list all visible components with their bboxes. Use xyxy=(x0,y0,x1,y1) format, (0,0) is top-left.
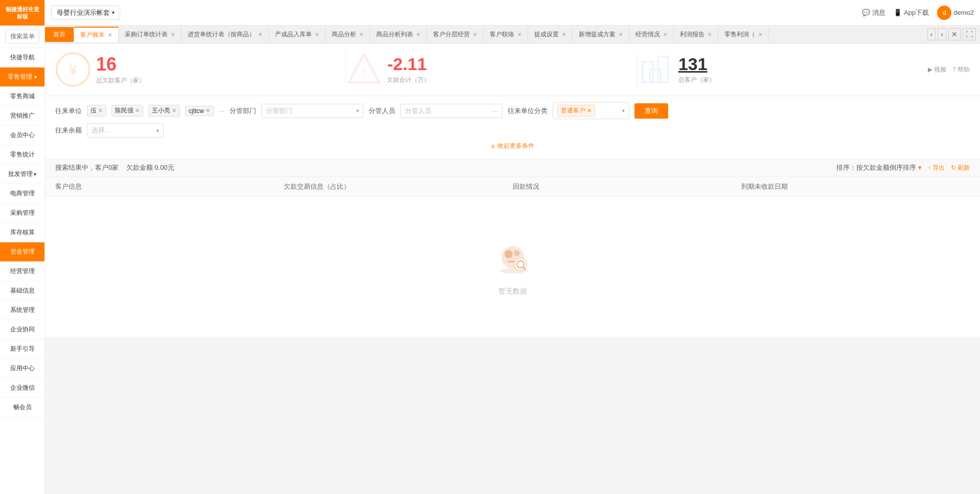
tab-close-icon[interactable]: ✕ xyxy=(359,32,363,37)
balance-select-placeholder: 选择... xyxy=(92,126,110,135)
stat-icon-2: ! xyxy=(346,52,382,87)
tab-label: 商品分析 xyxy=(332,30,356,39)
sidebar-item-label: 批发管理 xyxy=(8,170,33,178)
tab-close-icon[interactable]: ✕ xyxy=(108,32,112,38)
filter-tag-text: 王小亮 xyxy=(152,106,170,115)
filter-tag-close-wu[interactable]: ✕ xyxy=(98,107,103,114)
filter-more-tags-button[interactable]: ··· xyxy=(219,107,224,115)
tab-close-icon[interactable]: ✕ xyxy=(619,32,623,37)
tab-close-icon[interactable]: ✕ xyxy=(562,32,566,37)
sidebar-item-purchase[interactable]: 采购管理 xyxy=(0,204,44,223)
tab-customer-ledger[interactable]: 客户账本 ✕ xyxy=(74,27,119,42)
col-header-text: 欠款交易信息（占比） xyxy=(284,183,350,190)
sidebar-item-operations[interactable]: 经营管理 xyxy=(0,262,44,281)
tab-close-all-button[interactable]: ✕ xyxy=(948,28,961,40)
tab-close-icon[interactable]: ✕ xyxy=(517,32,521,37)
person-filter-select[interactable]: 分管人员 ··· xyxy=(400,104,503,118)
balance-filter-label: 往来余额 xyxy=(55,126,82,135)
tab-close-icon[interactable]: ✕ xyxy=(171,32,175,37)
page-content: ¥ 16 总欠款客户（家） ! -2.11 欠款合计（万） xyxy=(45,43,980,494)
tab-close-icon[interactable]: ✕ xyxy=(758,32,762,37)
category-filter-select[interactable]: 普通客户 ✕ ▾ xyxy=(553,102,629,119)
app-download-button[interactable]: 📱 App下载 xyxy=(894,8,929,17)
filter-tag-close-wang[interactable]: ✕ xyxy=(172,107,176,114)
tab-close-icon[interactable]: ✕ xyxy=(416,32,420,37)
username-label: demo2 xyxy=(953,9,974,16)
video-label: 视频 xyxy=(934,65,946,74)
tab-commission-settings[interactable]: 提成设置 ✕ xyxy=(528,27,573,42)
message-button[interactable]: 💬 消息 xyxy=(862,8,885,17)
svg-text:!: ! xyxy=(363,67,366,78)
tab-fullscreen-button[interactable]: ⛶ xyxy=(963,28,976,40)
table-col-header-4: 到期未收款日期 xyxy=(741,182,970,191)
tab-purchase-order-stats[interactable]: 采购订单统计表 ✕ xyxy=(119,27,181,42)
sidebar-item-app-center[interactable]: 应用中心 xyxy=(0,359,44,378)
sidebar-item-retail[interactable]: 零售管理 ▾ xyxy=(0,68,44,87)
sidebar-item-wholesale[interactable]: 批发管理 ▾ xyxy=(0,165,44,184)
tab-customer-contact[interactable]: 客户联络 ✕ xyxy=(484,27,528,42)
tab-retail-profit[interactable]: 零售利润（ ✕ xyxy=(718,27,769,42)
tab-label: 客户分层经营 xyxy=(433,30,470,39)
empty-text: 暂无数据 xyxy=(498,287,527,296)
sidebar-item-enterprise-wechat[interactable]: 企业微信 xyxy=(0,378,44,398)
tab-scroll-left-button[interactable]: ‹ xyxy=(927,28,936,40)
filter-tag-wang: 王小亮 ✕ xyxy=(148,105,180,117)
sidebar-item-system[interactable]: 系统管理 xyxy=(0,301,44,320)
query-button[interactable]: 查询 xyxy=(634,103,668,119)
sidebar-item-enterprise[interactable]: 企业协同 xyxy=(0,320,44,340)
sidebar-item-quick-nav[interactable]: 快捷导航 xyxy=(0,48,44,68)
sidebar-item-label: 新手引导 xyxy=(10,345,35,352)
account-selector[interactable]: 母婴行业演示帐套 ▾ xyxy=(51,6,120,20)
refresh-button[interactable]: ↻ 刷新 xyxy=(951,164,970,172)
tab-profit-report[interactable]: 利润报告 ✕ xyxy=(674,27,718,42)
more-options-icon[interactable]: ··· xyxy=(492,107,498,115)
sidebar-item-inventory[interactable]: 库存核算 xyxy=(0,223,44,242)
stat-label-customers: 总欠款客户（家） xyxy=(96,76,145,85)
tab-home[interactable]: 首页 xyxy=(45,27,74,42)
stat-block-3: 131 总客户（家） xyxy=(637,52,928,87)
user-avatar-button[interactable]: d demo2 xyxy=(937,6,974,20)
chevron-up-icon: ∧ xyxy=(491,143,495,150)
chevron-down-icon: ▾ xyxy=(622,108,625,114)
refresh-icon: ↻ xyxy=(951,164,956,171)
sidebar-item-vip[interactable]: 畅会员 xyxy=(0,398,44,417)
tab-product-inbound[interactable]: 产成品入库单 ✕ xyxy=(269,27,326,42)
filter-tag-close-chen[interactable]: ✕ xyxy=(135,107,140,114)
sidebar-item-ecommerce[interactable]: 电商管理 xyxy=(0,184,44,204)
tab-label: 利润报告 xyxy=(680,30,704,39)
tab-purchase-stats-by-product[interactable]: 进货单统计表（按商品） ✕ xyxy=(181,27,269,42)
tabs-bar: 首页 客户账本 ✕ 采购订单统计表 ✕ 进货单统计表（按商品） ✕ 产成品入库单… xyxy=(45,26,980,43)
sidebar-item-member[interactable]: 会员中心 xyxy=(0,126,44,145)
tab-close-icon[interactable]: ✕ xyxy=(663,32,667,37)
tab-scroll-right-button[interactable]: › xyxy=(938,28,946,40)
table-col-header-2: 欠款交易信息（占比） xyxy=(284,182,512,191)
help-button[interactable]: ? 帮助 xyxy=(952,65,970,74)
sidebar-item-basic-info[interactable]: 基础信息 xyxy=(0,281,44,301)
tab-operations[interactable]: 经营情况 ✕ xyxy=(629,27,674,42)
chevron-down-icon[interactable]: ▾ xyxy=(918,164,922,171)
filter-tag-close-cjttcw[interactable]: ✕ xyxy=(206,107,210,114)
sidebar-item-retail-stats[interactable]: 零售统计 xyxy=(0,145,44,165)
sidebar-item-finance[interactable]: 资金管理 xyxy=(0,242,44,262)
tab-close-icon[interactable]: ✕ xyxy=(258,32,262,37)
balance-filter-select[interactable]: 选择... ▾ xyxy=(87,123,164,138)
sidebar-item-marketing[interactable]: 营销推广 xyxy=(0,106,44,126)
tab-close-icon[interactable]: ✕ xyxy=(708,32,712,37)
tab-product-analysis-list[interactable]: 商品分析列表 ✕ xyxy=(370,27,427,42)
category-tag-close[interactable]: ✕ xyxy=(587,107,591,114)
tab-close-icon[interactable]: ✕ xyxy=(473,32,477,37)
dept-filter-select[interactable]: 分管部门 ▾ xyxy=(261,104,363,118)
sidebar-item-retail-mall[interactable]: 零售商城 xyxy=(0,87,44,106)
export-button[interactable]: ↑ 导出 xyxy=(928,164,945,172)
filter-row-2: 往来余额 选择... ▾ xyxy=(55,123,970,138)
table-col-header-1: 客户信息 xyxy=(55,182,284,191)
collapse-filter-button[interactable]: ∧ 收起更多条件 xyxy=(491,142,534,150)
sidebar-item-newbie[interactable]: 新手引导 xyxy=(0,340,44,359)
tab-close-icon[interactable]: ✕ xyxy=(315,32,319,37)
tab-product-analysis[interactable]: 商品分析 ✕ xyxy=(326,27,370,42)
data-table: 客户信息 欠款交易信息（占比） 回款情况 到期未收款日期 xyxy=(45,177,980,337)
search-menu-button[interactable]: 搜索菜单 xyxy=(5,30,39,43)
tab-add-commission[interactable]: 新增提成方案 ✕ xyxy=(573,27,629,42)
video-help-button[interactable]: ▶ 视频 xyxy=(928,65,946,74)
tab-customer-segmentation[interactable]: 客户分层经营 ✕ xyxy=(427,27,484,42)
